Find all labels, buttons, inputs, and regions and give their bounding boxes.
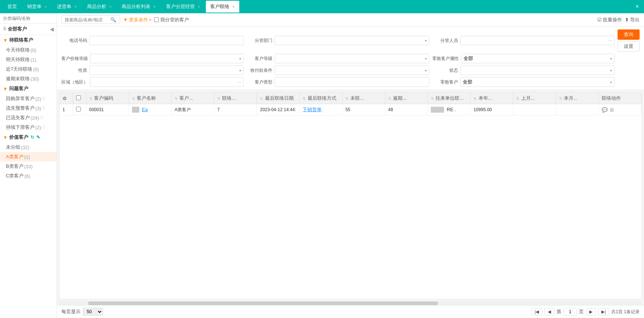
repurchase-info-icon[interactable]: ⓘ xyxy=(42,96,46,101)
action-chat-icon[interactable]: 💬 xyxy=(602,107,608,113)
adv-filter-row-2: 客户价格等级 ▾ 客户等级 ▾ 零散客户属性 全部▾ xyxy=(61,54,640,63)
nav-tab-analysis-list[interactable]: 商品分析列表 × xyxy=(117,1,160,13)
batch-ops-label: 批量操作 xyxy=(603,17,622,23)
customer-level-select[interactable]: ▾ xyxy=(275,54,429,63)
nav-tab-analysis-close[interactable]: × xyxy=(109,4,111,9)
nav-tab-customer-contact[interactable]: 客户联络 × xyxy=(206,1,239,13)
query-button[interactable]: 查询 xyxy=(618,29,640,40)
churn-warning-info-icon[interactable]: ⓘ xyxy=(42,106,46,111)
nav-tab-home[interactable]: 首页 xyxy=(3,1,21,13)
table-settings-icon[interactable]: ⚙ xyxy=(62,96,67,101)
sidebar-item-churn-warning[interactable]: 流失预警客户 (3) ⓘ xyxy=(0,103,57,113)
col-sort-year-amount[interactable]: ⇅ xyxy=(473,96,476,100)
sidebar-item-b-class[interactable]: B类客户 (33) xyxy=(0,162,57,171)
sidebar-section-pending[interactable]: ▼ 待联络客户 xyxy=(0,35,57,45)
sidebar-section-problem[interactable]: ▼ 问题客户 xyxy=(0,84,57,94)
nav-tab-sales-close[interactable]: × xyxy=(44,4,47,9)
export-button[interactable]: ⬆ 导出 xyxy=(625,17,640,23)
th-contact2: ⇅ 往来单位联系人 xyxy=(428,93,471,104)
nav-tab-purchase[interactable]: 进货单 × xyxy=(53,1,81,13)
select-all-checkbox[interactable] xyxy=(76,95,81,100)
col-sort-type[interactable]: ⇅ xyxy=(175,96,178,100)
col-sort-overdue[interactable]: ⇅ xyxy=(388,96,391,100)
row-checkbox[interactable] xyxy=(76,107,81,112)
last-page-button[interactable]: ▶| xyxy=(598,308,609,315)
cell-year-amount: 10995.00 xyxy=(471,104,513,116)
sidebar-section-value[interactable]: ▼ 价值客户 ↻ ✎ xyxy=(0,132,57,142)
status-select[interactable]: ▾ xyxy=(460,66,615,75)
unclassified-label: 未分组 xyxy=(6,144,20,151)
c-class-badge: (6) xyxy=(24,173,30,179)
sidebar-collapse-icon[interactable]: ◀ xyxy=(50,26,54,32)
sidebar-item-7days[interactable]: 近7天待联络 (0) xyxy=(0,64,57,74)
th-contact-count: ⇅ 联络... xyxy=(214,93,257,104)
next-page-button[interactable]: ▶ xyxy=(586,308,596,315)
col-sort-contact[interactable]: ⇅ xyxy=(217,96,220,100)
col-sort-name[interactable]: ⇅ xyxy=(132,96,135,100)
horizontal-scrollbar[interactable] xyxy=(59,301,642,305)
sidebar-item-declining[interactable]: 持续下滑客户 (2) ⓘ xyxy=(0,123,57,132)
nav-tab-customer-mgmt-close[interactable]: × xyxy=(198,4,200,9)
retail-customer-select[interactable]: 全部▾ xyxy=(460,77,615,87)
nav-tab-analysis[interactable]: 商品分析 × xyxy=(83,1,116,13)
repurchase-label: 回购异常客户 xyxy=(6,95,35,102)
dept-label: 分管部门 xyxy=(247,38,272,44)
batch-ops-button[interactable]: ☑ 批量操作 xyxy=(597,17,622,23)
prev-page-button[interactable]: ◀ xyxy=(544,308,554,315)
payment-select[interactable]: ▾ xyxy=(275,66,429,75)
nav-tab-customer-contact-close[interactable]: × xyxy=(232,4,235,9)
value-edit-icon[interactable]: ✎ xyxy=(36,135,40,140)
customer-name-value[interactable]: Ea xyxy=(142,107,148,112)
sidebar-item-churned[interactable]: 已流失客户 (24) ⓘ xyxy=(0,113,57,123)
retail-attr-select[interactable]: 全部▾ xyxy=(461,54,615,63)
col-sort-this-month[interactable]: ⇅ xyxy=(559,96,562,100)
my-customers-checkbox-label[interactable]: 我分管的客户 xyxy=(154,17,189,23)
declining-info-icon[interactable]: ⓘ xyxy=(42,125,46,130)
nav-tab-sales[interactable]: 销货单 × xyxy=(23,1,51,13)
sidebar-item-c-class[interactable]: C类客户 (6) xyxy=(0,171,57,181)
cell-code: 000031 xyxy=(86,104,129,116)
dept-select[interactable]: ▾ xyxy=(275,36,429,45)
col-sort-contact2[interactable]: ⇅ xyxy=(431,96,434,100)
page-size-select[interactable]: 50 100 200 xyxy=(83,308,103,316)
sidebar-item-unclassified[interactable]: 未分组 (32) xyxy=(0,142,57,152)
manager-input[interactable]: ··· xyxy=(460,36,615,45)
col-sort-last-method[interactable]: ⇅ xyxy=(303,96,305,100)
sidebar-item-repurchase-abnormal[interactable]: 回购异常客户 (2) ⓘ xyxy=(0,94,57,103)
customer-type-input[interactable] xyxy=(275,77,429,87)
more-conditions-button[interactable]: ▼ 更多条件 ▾ xyxy=(123,17,151,23)
nav-tab-purchase-close[interactable]: × xyxy=(74,4,76,9)
scroll-thumb[interactable] xyxy=(88,301,438,305)
table-header-row: ⚙ ⇅ 客户编码 ⇅ 客户名称 xyxy=(60,93,641,104)
sidebar-item-tomorrow[interactable]: 明天待联络 (1) xyxy=(0,55,57,64)
nav-tab-customer-mgmt[interactable]: 客户分层经营 × xyxy=(162,1,204,13)
a-class-badge: (1) xyxy=(24,154,30,160)
action-qr-icon[interactable]: ⊞ xyxy=(610,107,614,113)
first-page-button[interactable]: |◀ xyxy=(531,308,542,315)
col-sort-last-month[interactable]: ⇅ xyxy=(516,96,519,100)
nature-select[interactable]: ▾ xyxy=(89,66,244,75)
col-sort-uncontacted[interactable]: ⇅ xyxy=(346,96,348,100)
sidebar-item-overdue[interactable]: 逾期未联络 (30) xyxy=(0,74,57,84)
price-level-select[interactable]: ▾ xyxy=(90,54,244,63)
value-refresh-icon[interactable]: ↻ xyxy=(31,135,34,140)
sidebar-item-today[interactable]: 今天待联络 (0) xyxy=(0,45,57,55)
col-sort-last-date[interactable]: ⇅ xyxy=(260,96,263,100)
settings-button[interactable]: 设置 xyxy=(618,41,640,52)
my-customers-checkbox[interactable] xyxy=(154,17,159,22)
last-method-link[interactable]: 下销货单 xyxy=(303,107,322,112)
churned-info-icon[interactable]: ⓘ xyxy=(40,115,43,120)
phone-input[interactable] xyxy=(89,36,244,45)
nav-tab-analysis-list-close[interactable]: × xyxy=(153,4,155,9)
filter-search-input[interactable] xyxy=(65,17,109,22)
col-contact2-label: 往来单位联系人 xyxy=(436,95,469,101)
sidebar-item-a-class[interactable]: A类客户 (1) xyxy=(0,152,57,162)
close-all-button[interactable]: × xyxy=(633,3,641,10)
filter-search-icon[interactable]: 🔍 xyxy=(110,17,116,22)
cell-contact-count: 7 xyxy=(214,104,257,116)
region-input[interactable]: ··· xyxy=(90,77,244,87)
th-this-month: ⇅ 本月... xyxy=(556,93,598,104)
sidebar-search-input[interactable] xyxy=(3,16,57,21)
col-sort-code[interactable]: ⇅ xyxy=(89,96,92,100)
page-number-input[interactable] xyxy=(564,308,577,315)
